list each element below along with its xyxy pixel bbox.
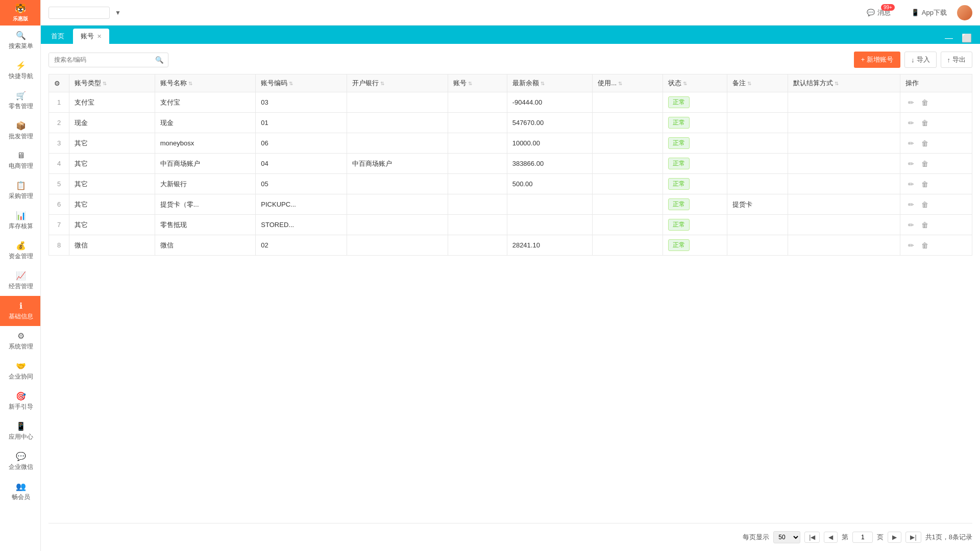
- table-row: 3 其它 moneybosx 06 10000.00 正常 ✏ 🗑: [49, 133, 972, 154]
- row-num-4: 5: [49, 174, 69, 194]
- page-input[interactable]: [852, 532, 873, 543]
- delete-button-7[interactable]: 🗑: [919, 240, 931, 251]
- row-account-4: [448, 174, 507, 194]
- first-page-button[interactable]: |◀: [804, 532, 820, 543]
- user-avatar[interactable]: [957, 5, 972, 20]
- edit-button-5[interactable]: ✏: [905, 199, 917, 210]
- edit-button-2[interactable]: ✏: [905, 138, 917, 148]
- delete-button-0[interactable]: 🗑: [919, 97, 931, 108]
- tab-home[interactable]: 首页: [43, 29, 72, 44]
- row-num-7: 8: [49, 235, 69, 256]
- sidebar-icon-enterprise-wechat: 💬: [16, 452, 26, 461]
- sidebar-item-finance-mgmt[interactable]: 💰资金管理: [0, 236, 40, 266]
- toolbar-right: + 新增账号 ↓ 导入 ↑ 导出: [854, 52, 972, 68]
- import-button[interactable]: ↓ 导入: [904, 52, 937, 68]
- row-notes-4: [727, 174, 788, 194]
- row-settlement-1: [788, 113, 900, 133]
- window-minimize-button[interactable]: —: [942, 33, 956, 44]
- table-row: 5 其它 大新银行 05 500.00 正常 ✏ 🗑: [49, 174, 972, 194]
- col-actions: 操作: [900, 74, 972, 92]
- search-button[interactable]: 🔍: [151, 53, 168, 67]
- sidebar-label-purchase-mgmt: 采购管理: [9, 192, 33, 201]
- import-icon: ↓: [911, 56, 915, 64]
- row-notes-7: [727, 235, 788, 256]
- edit-button-0[interactable]: ✏: [905, 97, 917, 108]
- last-page-button[interactable]: ▶|: [905, 532, 921, 543]
- sidebar-icon-quick-nav: ⚡: [16, 61, 26, 70]
- row-bank-3: 中百商场账户: [347, 154, 448, 174]
- sidebar-icon-finance-mgmt: 💰: [16, 241, 26, 251]
- prev-page-button[interactable]: ◀: [824, 532, 838, 543]
- sidebar-item-retail-mgmt[interactable]: 🛒零售管理: [0, 86, 40, 116]
- pagination: 每页显示 50 100 200 |◀ ◀ 第 页 ▶ ▶| 共1页，8条记录: [48, 523, 972, 543]
- sidebar-item-enterprise-wechat[interactable]: 💬企业微信: [0, 446, 40, 477]
- accounts-table: ⚙ 账号类型⇅ 账号名称⇅ 账号编码⇅ 开户银行⇅ 账号⇅ 最新余额⇅ 使用..…: [48, 74, 972, 256]
- delete-button-2[interactable]: 🗑: [919, 138, 931, 148]
- edit-button-6[interactable]: ✏: [905, 220, 917, 230]
- table-row: 4 其它 中百商场账户 04 中百商场账户 383866.00 正常 ✏ 🗑: [49, 154, 972, 174]
- sidebar-item-quick-nav[interactable]: ⚡快捷导航: [0, 56, 40, 86]
- tab-accounts[interactable]: 账号 ✕: [73, 29, 109, 44]
- delete-button-4[interactable]: 🗑: [919, 179, 931, 189]
- sidebar-item-wholesale-mgmt[interactable]: 📦批发管理: [0, 116, 40, 146]
- delete-button-1[interactable]: 🗑: [919, 118, 931, 128]
- row-code-5: PICKUPC...: [256, 194, 347, 215]
- row-account-1: [448, 113, 507, 133]
- row-usage-7: [593, 235, 663, 256]
- nav-dropdown[interactable]: ▼: [115, 9, 121, 16]
- per-page-select[interactable]: 50 100 200: [773, 531, 800, 543]
- delete-button-3[interactable]: 🗑: [919, 159, 931, 169]
- export-button[interactable]: ↑ 导出: [941, 52, 973, 68]
- row-code-0: 03: [256, 92, 347, 113]
- edit-button-7[interactable]: ✏: [905, 240, 917, 251]
- sidebar-label-member: 畅会员: [12, 493, 30, 502]
- col-usage: 使用...⇅: [593, 74, 663, 92]
- toolbar: 🔍 + 新增账号 ↓ 导入 ↑ 导出: [48, 52, 972, 68]
- sidebar-icon-beginner-guide: 🎯: [16, 391, 26, 401]
- tab-accounts-close[interactable]: ✕: [97, 33, 102, 40]
- row-type-5: 其它: [69, 194, 155, 215]
- logo[interactable]: 🐯 乐惠版: [0, 0, 40, 26]
- header-search-input[interactable]: [48, 7, 110, 19]
- row-num-3: 4: [49, 154, 69, 174]
- row-code-1: 01: [256, 113, 347, 133]
- sidebar-item-member[interactable]: 👥畅会员: [0, 477, 40, 507]
- sidebar-item-system-mgmt[interactable]: ⚙系统管理: [0, 326, 40, 356]
- row-code-7: 02: [256, 235, 347, 256]
- sidebar-item-beginner-guide[interactable]: 🎯新手引导: [0, 386, 40, 416]
- sidebar-item-purchase-mgmt[interactable]: 📋采购管理: [0, 176, 40, 206]
- window-maximize-button[interactable]: ⬜: [959, 32, 975, 44]
- row-account-7: [448, 235, 507, 256]
- edit-button-1[interactable]: ✏: [905, 118, 917, 128]
- search-input[interactable]: [49, 53, 151, 66]
- edit-button-3[interactable]: ✏: [905, 159, 917, 169]
- sidebar-item-inventory-check[interactable]: 📊库存核算: [0, 206, 40, 236]
- add-account-button[interactable]: + 新增账号: [854, 52, 900, 68]
- message-button[interactable]: 💬 消息 99+: [867, 8, 891, 17]
- row-status-7: 正常: [663, 235, 727, 256]
- sidebar-icon-operations-mgmt: 📈: [16, 271, 26, 281]
- sidebar-item-enterprise-agreement[interactable]: 🤝企业协同: [0, 356, 40, 386]
- app-download-label: App下载: [922, 8, 947, 17]
- sidebar-item-app-center[interactable]: 📱应用中心: [0, 416, 40, 446]
- app-icon: 📱: [911, 9, 919, 16]
- row-account-3: [448, 154, 507, 174]
- sidebar-item-ecommerce-mgmt[interactable]: 🖥电商管理: [0, 146, 40, 176]
- delete-button-6[interactable]: 🗑: [919, 220, 931, 230]
- tab-accounts-label: 账号: [81, 32, 94, 41]
- row-bank-2: [347, 133, 448, 154]
- delete-button-5[interactable]: 🗑: [919, 199, 931, 210]
- sidebar-item-basic-info[interactable]: ℹ基础信息: [0, 296, 40, 326]
- row-num-2: 3: [49, 133, 69, 154]
- row-num-1: 2: [49, 113, 69, 133]
- sidebar-item-operations-mgmt[interactable]: 📈经营管理: [0, 266, 40, 296]
- edit-button-4[interactable]: ✏: [905, 179, 917, 189]
- row-name-6: 零售抵现: [155, 215, 256, 235]
- row-settlement-5: [788, 194, 900, 215]
- sidebar-item-search-menu[interactable]: 🔍搜索菜单: [0, 26, 40, 56]
- next-page-button[interactable]: ▶: [888, 532, 901, 543]
- row-type-0: 支付宝: [69, 92, 155, 113]
- row-balance-5: [507, 194, 593, 215]
- sidebar-label-search-menu: 搜索菜单: [9, 42, 33, 51]
- app-download-button[interactable]: 📱 App下载: [911, 8, 947, 17]
